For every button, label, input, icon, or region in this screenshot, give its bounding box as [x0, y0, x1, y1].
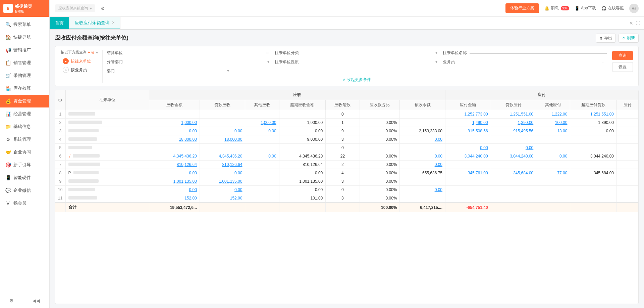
th-ar-loan: 贷款应收 [200, 100, 245, 110]
collapse-btn[interactable]: ∧ 收起更多条件 [342, 77, 372, 83]
sidebar-item-quicknav[interactable]: 🏠 快捷导航 [0, 31, 49, 44]
user-avatar[interactable]: Rit [629, 4, 639, 13]
filter-wanglai-fenlei: 往来单位分类 ▾ [275, 50, 439, 56]
tab-close-icon[interactable]: ✕ [112, 20, 115, 25]
member-icon: Ⅴ [5, 201, 11, 206]
sidebar-label-system: 系统管理 [13, 136, 31, 142]
purchase-icon: 🛒 [5, 73, 11, 78]
sidebar-item-system[interactable]: ⚙ 系统管理 [0, 133, 49, 146]
sidebar-item-search[interactable]: 🔍 搜索菜单 [0, 18, 49, 31]
table-container[interactable]: ⚙ 往来单位 应收 应付 应收金额 贷款应收 其他应收 超期应收金额 应收笔数 … [55, 90, 639, 304]
bumen-arrow[interactable]: ▾ [227, 69, 229, 73]
sidebar-item-basic[interactable]: 📁 基础信息 [0, 120, 49, 133]
sidebar-item-marketing[interactable]: 📢 营销推广 [0, 44, 49, 56]
filter-action-buttons: 查询 设置 [612, 50, 633, 83]
sidebar-menu: 🔍 搜索菜单 🏠 快捷导航 📢 营销推广 📋 销售管理 🛒 采购管理 🏪 库存核… [0, 17, 49, 293]
table-row: 3 0.00 0.00 0.00 0.00 9 0.00% 2,153,333.… [55, 127, 638, 135]
table-row: 8 P 0.00 0.00 0.00 4 0.00% 655,636.75 34… [55, 169, 638, 177]
jiesuan-dots[interactable]: ··· [266, 50, 269, 55]
sidebar-item-sales[interactable]: 📋 销售管理 [0, 56, 49, 69]
main-content: 首页 应收应付余额查询 ✕ ✕ ⛶ 应收应付余额查询(按往来单位) ⬆ 导出 ↻… [50, 17, 644, 308]
search-icon: 🔍 [5, 22, 11, 27]
sidebar-label-inventory: 库存核算 [13, 85, 31, 91]
header-actions: 体验行业方案 🔔 消息 99+ 📱 App下载 🎧 在线客服 Rit [505, 3, 639, 13]
table-row: 2 1,000.00 1,000.00 1,000.00 1 0.00% 1,4… [55, 119, 638, 127]
sidebar-item-operations[interactable]: 📊 经营管理 [0, 107, 49, 120]
th-ar-prepay: 预收余额 [400, 100, 445, 110]
system-icon: ⚙ [5, 137, 11, 142]
online-service-label: 在线客服 [608, 5, 624, 11]
sidebar-item-inventory[interactable]: 🏪 库存核算 [0, 82, 49, 95]
table-row: 6 √ 4,345,436.20 4,345,436.20 0.00 4,345… [55, 152, 638, 161]
sidebar-settings-btn[interactable]: ⚙ [6, 296, 17, 305]
target-icon[interactable]: ◎ [91, 50, 95, 54]
query-type-partner-label: 按往来单位 [71, 58, 91, 64]
sidebar-label-basic: 基础信息 [13, 124, 31, 130]
sidebar-item-cooperation[interactable]: 🤝 企业协同 [0, 146, 49, 159]
table-footer: 合计 19,553,472,6... 100.00% 6,417,215....… [55, 203, 638, 212]
sidebar-label-operations: 经营管理 [13, 111, 31, 117]
sidebar-label-finance: 资金管理 [13, 98, 31, 104]
xingzhi-arrow[interactable]: ▾ [435, 59, 437, 64]
sidebar-collapse-btn[interactable]: ◀◀ [29, 296, 43, 305]
tab-maximize[interactable]: ⛶ [636, 21, 640, 26]
wanglai-fenlei-arrow[interactable]: ▾ [435, 50, 437, 55]
logo-version: 标准版 [15, 9, 32, 14]
filter-fields: 结算单位 ··· 往来单位分类 ▾ [107, 50, 607, 83]
collapse-left-icon[interactable]: « [96, 50, 98, 54]
sidebar-item-purchase[interactable]: 🛒 采购管理 [0, 69, 49, 82]
sidebar-item-guide[interactable]: 🎯 新手引导 [0, 159, 49, 171]
query-btn[interactable]: 查询 [612, 51, 633, 60]
sidebar-label-hardware: 智能硬件 [13, 175, 31, 181]
refresh-btn[interactable]: ↻ 刷新 [619, 34, 639, 43]
home-icon: 🏠 [5, 35, 11, 40]
export-btn[interactable]: ⬆ 导出 [596, 34, 616, 43]
query-type-partner[interactable]: ● 按往来单位 [61, 57, 98, 65]
breadcrumb-arrow[interactable]: ▾ [90, 6, 92, 11]
online-service-btn[interactable]: 🎧 在线客服 [601, 5, 624, 11]
th-ap-other: 其他应付 [536, 100, 570, 110]
sidebar-item-member[interactable]: Ⅴ 畅会员 [0, 197, 49, 210]
set-btn[interactable]: 设置 [612, 62, 633, 72]
service-icon: 🎧 [601, 6, 606, 11]
marketing-icon: 📢 [5, 47, 11, 53]
app-download-btn[interactable]: 📱 App下载 [575, 5, 596, 11]
yewuyuan-dots[interactable]: ··· [602, 59, 605, 64]
add-icon[interactable]: + [88, 50, 90, 54]
th-receivable-group: 应收 [149, 90, 445, 100]
filter-panel: 按以下方案查询 + ◎ « ● 按往来单位 ○ 按业务员 [55, 46, 639, 86]
filter-wanglai-name: 往来单位名称 [443, 50, 607, 56]
tab-home[interactable]: 首页 [50, 17, 69, 29]
th-settings[interactable]: ⚙ [55, 90, 65, 110]
fenguan-arrow[interactable]: ▾ [267, 59, 269, 64]
sidebar-label-wechat: 企业微信 [13, 187, 31, 193]
tab-arquery[interactable]: 应收应付余额查询 ✕ [69, 17, 120, 29]
query-type-salesman[interactable]: ○ 按业务员 [61, 65, 98, 74]
page-title-bar: 应收应付余额查询(按往来单位) ⬆ 导出 ↻ 刷新 [55, 34, 639, 43]
filter-bumen: 部门 ▾ [107, 68, 231, 74]
logo-icon: 6 [3, 4, 13, 13]
sidebar-item-wechat[interactable]: 💬 企业微信 [0, 184, 49, 197]
table-row: 10 0.00 0.00 0.00 0 0.00% 0.00 [55, 186, 638, 194]
breadcrumb: 应收应付余额查询 ▾ ⚙ [55, 4, 505, 12]
inventory-icon: 🏪 [5, 86, 11, 91]
filter-jiesuan: 结算单位 ··· [107, 50, 271, 56]
th-ar-count: 应收笔数 [326, 100, 360, 110]
table-row: 7 810,126.64 810,126.64 810,126.64 2 0.0… [55, 161, 638, 169]
app-download-label: App下载 [581, 5, 596, 11]
table-row: 5 0 0.00 0.00 [55, 144, 638, 152]
page-content: 应收应付余额查询(按往来单位) ⬆ 导出 ↻ 刷新 按以下方案查询 [50, 30, 644, 308]
header-gear-icon[interactable]: ⚙ [101, 6, 105, 11]
tab-close-window[interactable]: ✕ [629, 20, 633, 26]
trial-btn[interactable]: 体验行业方案 [505, 3, 539, 13]
sidebar-bottom: ⚙ ◀◀ [0, 293, 49, 308]
sidebar-item-finance[interactable]: 💰 资金管理 [0, 95, 49, 107]
sidebar-label-guide: 新手引导 [13, 162, 31, 168]
notification-btn[interactable]: 🔔 消息 99+ [544, 5, 569, 11]
th-ar-other: 其他应收 [245, 100, 279, 110]
settings-icon[interactable]: ⚙ [58, 97, 62, 103]
app-icon: 📱 [575, 6, 580, 11]
sidebar-item-hardware[interactable]: 📱 智能硬件 [0, 171, 49, 184]
th-ar-ratio: 应收款占比 [360, 100, 400, 110]
notification-icon: 🔔 [544, 6, 549, 11]
